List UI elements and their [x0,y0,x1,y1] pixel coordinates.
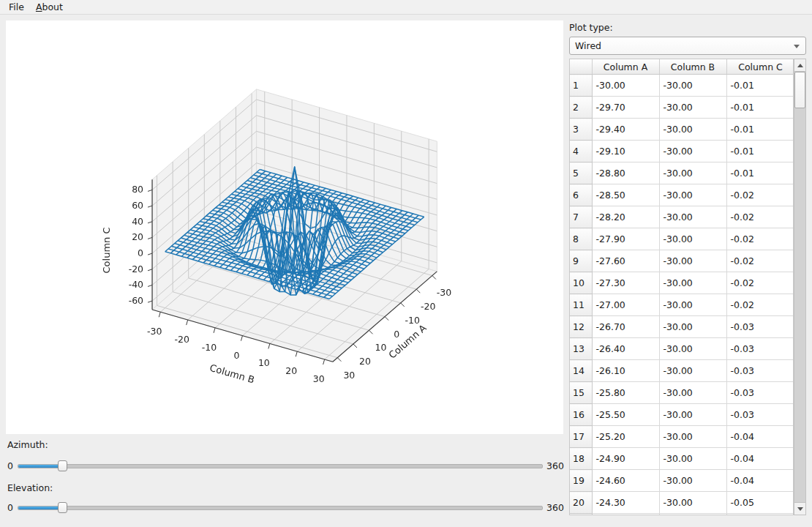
cell-column-a[interactable]: -26.70 [592,316,659,338]
column-a-header[interactable]: Column A [592,59,659,75]
cell-column-b[interactable]: -30.00 [659,338,726,360]
cell-column-b[interactable] [659,514,726,516]
table-row[interactable]: 3 -29.40 -30.00 -0.01 [570,119,794,141]
cell-column-a[interactable]: -27.60 [592,250,659,272]
row-number-cell[interactable]: 2 [570,97,592,119]
table-row[interactable]: 2 -29.70 -30.00 -0.01 [570,97,794,119]
row-number-cell[interactable]: 10 [570,272,592,294]
scroll-up-button[interactable] [794,59,805,72]
row-number-cell[interactable]: 5 [570,162,592,184]
cell-column-b[interactable]: -30.00 [659,492,726,514]
cell-column-a[interactable]: -28.20 [592,206,659,228]
cell-column-a[interactable]: -28.50 [592,184,659,206]
cell-column-a[interactable]: -29.70 [592,97,659,119]
cell-column-c[interactable]: -0.03 [726,360,794,382]
cell-column-b[interactable]: -30.00 [659,316,726,338]
cell-column-c[interactable]: -0.03 [726,382,794,404]
cell-column-a[interactable]: -27.00 [592,294,659,316]
cell-column-a[interactable]: -27.30 [592,272,659,294]
table-scrollbar[interactable] [794,59,806,515]
cell-column-a[interactable]: -28.80 [592,162,659,184]
row-number-cell[interactable]: 16 [570,404,592,426]
cell-column-a[interactable]: -24.90 [592,448,659,470]
cell-column-a[interactable]: -24.30 [592,492,659,514]
elevation-slider-handle[interactable] [58,502,67,513]
cell-column-c[interactable]: -0.04 [726,470,794,492]
row-number-cell[interactable]: 6 [570,184,592,206]
row-number-cell[interactable]: 15 [570,382,592,404]
cell-column-b[interactable]: -30.00 [659,141,726,162]
cell-column-b[interactable]: -30.00 [659,228,726,250]
table-row[interactable]: 11 -27.00 -30.00 -0.02 [570,294,794,316]
cell-column-b[interactable]: -30.00 [659,184,726,206]
cell-column-c[interactable]: -0.02 [726,228,794,250]
table-row[interactable]: 15 -25.80 -30.00 -0.03 [570,382,794,404]
table-row[interactable]: 7 -28.20 -30.00 -0.02 [570,206,794,228]
table-row[interactable]: 19 -24.60 -30.00 -0.04 [570,470,794,492]
elevation-slider-track[interactable] [18,506,543,510]
cell-column-a[interactable]: -29.40 [592,119,659,141]
cell-column-a[interactable]: -24.60 [592,470,659,492]
cell-column-c[interactable]: -0.01 [726,162,794,184]
cell-column-c[interactable]: -0.04 [726,448,794,470]
cell-column-b[interactable]: -30.00 [659,448,726,470]
table-row[interactable]: 5 -28.80 -30.00 -0.01 [570,162,794,184]
azimuth-slider-handle[interactable] [58,460,67,471]
wireframe-3d-plot[interactable] [6,20,563,434]
cell-column-a[interactable]: -27.90 [592,228,659,250]
table-row[interactable]: 12 -26.70 -30.00 -0.03 [570,316,794,338]
table-row[interactable]: 18 -24.90 -30.00 -0.04 [570,448,794,470]
plot-type-dropdown[interactable]: Wired [569,37,806,55]
table-row[interactable]: 10 -27.30 -30.00 -0.02 [570,272,794,294]
menu-file[interactable]: File [3,0,30,15]
cell-column-c[interactable]: -0.01 [726,75,794,97]
column-c-header[interactable]: Column C [726,59,794,75]
cell-column-b[interactable]: -30.00 [659,250,726,272]
cell-column-c[interactable]: -0.02 [726,294,794,316]
table-row[interactable]: 13 -26.40 -30.00 -0.03 [570,338,794,360]
cell-column-b[interactable]: -30.00 [659,294,726,316]
cell-column-b[interactable]: -30.00 [659,382,726,404]
row-number-cell[interactable]: 12 [570,316,592,338]
scrollbar-thumb[interactable] [794,72,805,108]
table-row[interactable]: 4 -29.10 -30.00 -0.01 [570,141,794,162]
cell-column-c[interactable]: -0.02 [726,272,794,294]
table-row[interactable]: 14 -26.10 -30.00 -0.03 [570,360,794,382]
row-number-cell[interactable]: 3 [570,119,592,141]
cell-column-c[interactable]: -0.02 [726,206,794,228]
menu-about[interactable]: About [30,0,69,15]
cell-column-c[interactable]: -0.02 [726,250,794,272]
cell-column-c[interactable]: -0.03 [726,338,794,360]
cell-column-c[interactable]: -0.03 [726,404,794,426]
cell-column-a[interactable] [592,514,659,516]
data-table[interactable]: Column A Column B Column C 1 -30.00 -30.… [569,59,794,515]
cell-column-b[interactable]: -30.00 [659,97,726,119]
cell-column-b[interactable]: -30.00 [659,272,726,294]
azimuth-slider-track[interactable] [18,464,543,468]
row-number-cell[interactable]: 7 [570,206,592,228]
cell-column-b[interactable]: -30.00 [659,119,726,141]
row-number-cell[interactable]: 20 [570,492,592,514]
row-number-cell[interactable]: 17 [570,426,592,448]
cell-column-a[interactable]: -26.10 [592,360,659,382]
table-row[interactable]: 9 -27.60 -30.00 -0.02 [570,250,794,272]
column-b-header[interactable]: Column B [659,59,726,75]
row-number-cell[interactable] [570,514,592,516]
cell-column-c[interactable]: -0.05 [726,492,794,514]
cell-column-b[interactable]: -30.00 [659,470,726,492]
cell-column-a[interactable]: -25.80 [592,382,659,404]
table-row[interactable]: 16 -25.50 -30.00 -0.03 [570,404,794,426]
azimuth-slider[interactable]: 0 360 [0,460,563,471]
cell-column-c[interactable]: -0.01 [726,119,794,141]
table-row[interactable]: 17 -25.20 -30.00 -0.04 [570,426,794,448]
cell-column-a[interactable]: -25.20 [592,426,659,448]
cell-column-a[interactable]: -29.10 [592,141,659,162]
table-row[interactable]: 1 -30.00 -30.00 -0.01 [570,75,794,97]
cell-column-c[interactable]: -0.04 [726,426,794,448]
row-number-cell[interactable]: 4 [570,141,592,162]
scroll-down-button[interactable] [794,502,805,515]
row-number-cell[interactable]: 11 [570,294,592,316]
row-number-cell[interactable]: 19 [570,470,592,492]
cell-column-c[interactable] [726,514,794,516]
row-number-cell[interactable]: 9 [570,250,592,272]
